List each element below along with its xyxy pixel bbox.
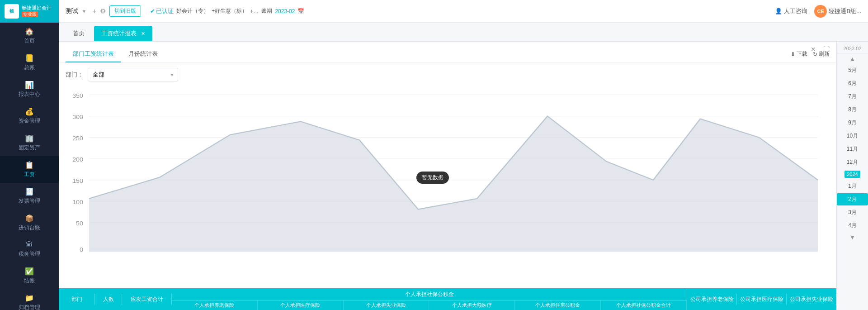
sidebar-nav: 🏠首页📒总账📊报表中心💰资金管理🏢固定资产📋工资🧾发票管理📦进销台账🏛税务管理✅… <box>0 23 59 310</box>
more-tags: +… <box>250 8 259 14</box>
content-area: ✕ ⛶ 部门工资统计表 月份统计表 ⬇ 下载 ↻ <box>59 42 836 310</box>
svg-text:0: 0 <box>80 247 83 253</box>
tab-close-icon[interactable]: ✕ <box>141 31 145 36</box>
month-2-active[interactable]: 2月 <box>837 193 868 205</box>
col-personal-big-medical: 个人承担大额医疗 <box>429 300 515 310</box>
month-1[interactable]: 1月 <box>837 180 868 192</box>
invoices-icon: 🧾 <box>25 187 34 196</box>
col-personal-housing-fund: 个人承担住房公积金 <box>515 300 601 310</box>
sidebar-item-assets[interactable]: 🏢固定资产 <box>0 129 59 156</box>
calendar-icon[interactable]: 📅 <box>297 8 304 14</box>
month-8[interactable]: 8月 <box>837 104 868 116</box>
sub-tab-monthly[interactable]: 月份统计表 <box>121 46 165 62</box>
tab-home[interactable]: 首页 <box>66 26 92 41</box>
settings-icon[interactable]: ⚙ <box>100 7 106 15</box>
switch-version-button[interactable]: 切到旧版 <box>109 5 141 17</box>
month-6[interactable]: 6月 <box>837 77 868 90</box>
sidebar-item-funds[interactable]: 💰资金管理 <box>0 103 59 129</box>
topbar-tags: ✔ 已认证 好会计（专） +好生意（标） +… 账期 2023-02 📅 <box>150 7 304 15</box>
salary-icon: 📋 <box>25 161 34 169</box>
dept-filter-label: 部门： <box>66 71 83 79</box>
col-headcount: 人数 <box>95 294 122 305</box>
period-label: 账期 <box>261 7 272 15</box>
tab-salary-report[interactable]: 工资统计报表 ✕ <box>94 26 152 41</box>
expand-window-button[interactable]: ⛶ <box>821 44 832 55</box>
help-button[interactable]: 👤 人工咨询 <box>775 7 807 15</box>
dept-filter-select[interactable]: 全部 ▾ <box>88 68 178 81</box>
month-12[interactable]: 12月 <box>837 156 868 168</box>
month-10[interactable]: 10月 <box>837 130 868 142</box>
close-window-button[interactable]: ✕ <box>808 44 819 55</box>
month-3[interactable]: 3月 <box>837 206 868 219</box>
add-button[interactable]: + <box>92 7 96 15</box>
sidebar-item-home[interactable]: 🏠首页 <box>0 23 59 49</box>
sidebar-item-invoices[interactable]: 🧾发票管理 <box>0 183 59 210</box>
download-icon: ⬇ <box>791 51 795 57</box>
month-4[interactable]: 4月 <box>837 219 868 232</box>
home-icon: 🏠 <box>25 27 34 36</box>
sidebar-logo: 畅 畅捷通好会计 专业版 <box>0 0 59 23</box>
main-area: 测试 ▾ + ⚙ 切到旧版 ✔ 已认证 好会计（专） +好生意（标） +… 账期… <box>59 0 868 310</box>
col-group-cells: 个人承担养老保险 个人承担医疗保险 个人承担失业保险 个人承担大额医疗 个人承担 <box>172 300 687 310</box>
svg-text:150: 150 <box>72 177 83 184</box>
topbar: 测试 ▾ + ⚙ 切到旧版 ✔ 已认证 好会计（专） +好生意（标） +… 账期… <box>59 0 868 23</box>
checkout-icon: ✅ <box>25 267 34 276</box>
sidebar: 畅 畅捷通好会计 专业版 🏠首页📒总账📊报表中心💰资金管理🏢固定资产📋工资🧾发票… <box>0 0 59 310</box>
salary-chart: 350 300 250 200 150 100 50 0 <box>66 87 830 284</box>
user-avatar: CE <box>814 5 827 18</box>
month-9[interactable]: 9月 <box>837 117 868 129</box>
table-footer: 部门 人数 应发工资合计 个人承担社保公积金 个人承担养老保险 个人承担医疗 <box>59 288 836 310</box>
col-group-header: 个人承担社保公积金 <box>172 289 687 300</box>
user-menu[interactable]: CE 轻捷通B组... <box>814 5 861 18</box>
svg-text:100: 100 <box>72 199 83 205</box>
sidebar-item-checkout[interactable]: ✅结账 <box>0 262 59 289</box>
year-2024-label: 2024 <box>844 171 860 178</box>
dropdown-arrow-icon[interactable]: ▾ <box>83 8 85 14</box>
col-company-medical: 公司承担医疗保险 <box>737 294 787 305</box>
side-panel-up-arrow[interactable]: ▲ <box>848 53 858 64</box>
topbar-right: 👤 人工咨询 CE 轻捷通B组... <box>775 5 861 18</box>
sub-tabs: 部门工资统计表 月份统计表 ⬇ 下载 ↻ 刷新 <box>59 42 836 62</box>
sidebar-item-sales[interactable]: 📦进销台账 <box>0 210 59 236</box>
sidebar-item-tax[interactable]: 🏛税务管理 <box>0 236 59 262</box>
filter-row: 部门： 全部 ▾ <box>59 62 836 87</box>
topbar-actions: + ⚙ 切到旧版 <box>92 5 141 17</box>
col-salary: 应发工资合计 <box>122 294 172 305</box>
ledger-icon: 📒 <box>25 54 34 62</box>
funds-icon: 💰 <box>25 107 34 116</box>
sub-tab-dept[interactable]: 部门工资统计表 <box>66 46 121 62</box>
side-panel-months: 5月 6月 7月 8月 9月 10月 11月 12月 2024 1月 2月 3月… <box>837 64 868 232</box>
col-group-personal-insurance: 个人承担社保公积金 个人承担养老保险 个人承担医疗保险 个人承担失业保险 个人承… <box>172 289 687 310</box>
col-personal-total: 个人承担社保公积金合计 <box>601 300 687 310</box>
month-5[interactable]: 5月 <box>837 64 868 76</box>
verified-tag: ✔ 已认证 <box>150 7 174 15</box>
side-panel-date: 2023.02 <box>837 44 868 53</box>
month-11[interactable]: 11月 <box>837 143 868 155</box>
col-personal-pension: 个人承担养老保险 <box>172 300 258 310</box>
side-panel: 2023.02 ▲ 5月 6月 7月 8月 9月 10月 11月 12月 202… <box>836 42 868 310</box>
logo-icon: 畅 <box>5 4 19 19</box>
side-panel-down-arrow[interactable]: ▼ <box>848 232 858 243</box>
book-title: 测试 <box>66 7 78 15</box>
assets-icon: 🏢 <box>25 134 34 143</box>
svg-text:200: 200 <box>72 156 83 162</box>
sidebar-item-ledger[interactable]: 📒总账 <box>0 49 59 76</box>
select-arrow-icon: ▾ <box>171 72 173 77</box>
tabbar: 首页 工资统计报表 ✕ <box>59 23 868 42</box>
col-personal-unemployment: 个人承担失业保险 <box>344 300 429 310</box>
logo-text: 畅捷通好会计 专业版 <box>22 5 52 18</box>
sidebar-item-archive[interactable]: 📁归档管理 <box>0 289 59 310</box>
help-icon: 👤 <box>775 8 782 14</box>
svg-text:50: 50 <box>76 220 83 226</box>
chart-container: 350 300 250 200 150 100 50 0 <box>59 87 836 288</box>
sidebar-item-reports[interactable]: 📊报表中心 <box>0 76 59 103</box>
archive-icon: 📁 <box>25 294 34 302</box>
col-personal-medical: 个人承担医疗保险 <box>258 300 344 310</box>
reports-icon: 📊 <box>25 81 34 89</box>
window-buttons: ✕ ⛶ <box>803 42 836 57</box>
month-7[interactable]: 7月 <box>837 91 868 103</box>
col-dept: 部门 <box>59 294 95 305</box>
svg-text:300: 300 <box>72 114 83 120</box>
sidebar-item-salary[interactable]: 📋工资 <box>0 156 59 183</box>
period-value: 2023-02 <box>275 8 295 14</box>
